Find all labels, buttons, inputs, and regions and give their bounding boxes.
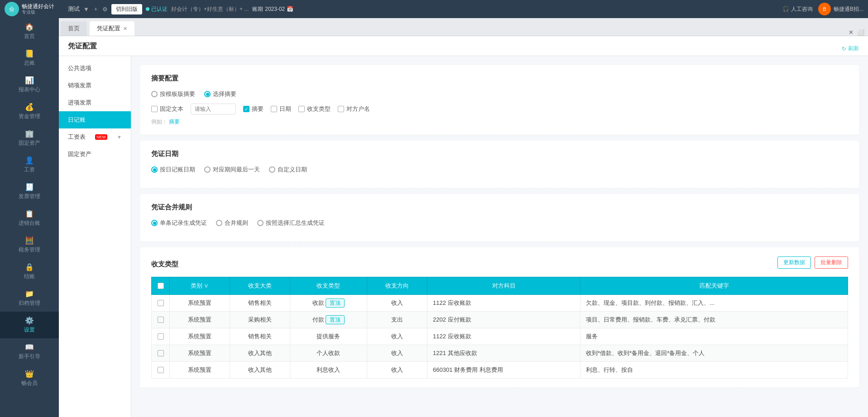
row1-account: 1122 应收账款: [427, 295, 580, 312]
tab-home[interactable]: 首页: [61, 21, 87, 36]
archive-icon: 📁: [25, 289, 34, 298]
row4-major: 收入其他: [230, 345, 290, 362]
salary-icon: 👤: [25, 156, 34, 165]
leftnav-item-fixed-assets[interactable]: 固定资产: [59, 146, 131, 163]
row2-major: 采购相关: [230, 312, 290, 328]
certified-dot: [146, 7, 149, 11]
sidebar-item-trade[interactable]: 📋 进销台账: [0, 205, 59, 232]
row1-checkbox[interactable]: [152, 295, 170, 312]
radio-summary-generate[interactable]: 按照选择汇总生成凭证: [257, 219, 325, 227]
avatar: B: [818, 3, 831, 15]
radio-merge-rule-circle: [216, 220, 222, 226]
income-expense-title: 收支类型: [151, 260, 178, 269]
logo-text: 畅捷通好会计 专业版: [22, 3, 54, 15]
home-icon: 🏠: [25, 23, 34, 31]
checkbox-counterparty-box: [338, 106, 344, 112]
income-expense-section: 收支类型 更新数据 批量删除 类别 ∨: [140, 247, 859, 388]
row3-keywords: 服务: [580, 328, 848, 345]
col-checkbox[interactable]: [152, 277, 170, 295]
row4-keywords: 收到*借款、收到*备用金、退回*备用金、个人: [580, 345, 848, 362]
calendar-icon[interactable]: 📅: [287, 6, 293, 12]
col-major: 收支大类: [230, 277, 290, 295]
row5-type: 利息收入: [290, 362, 367, 379]
tab-close-icon[interactable]: ✕: [123, 26, 127, 32]
sidebar-item-close[interactable]: 🔒 结账: [0, 258, 59, 285]
radio-period-last[interactable]: 对应期间最后一天: [204, 166, 260, 174]
leftnav-item-purchase-invoice[interactable]: 进项发票: [59, 94, 131, 111]
topbar-settings-icon[interactable]: ⚙: [102, 6, 108, 13]
row2-checkbox[interactable]: [152, 312, 170, 328]
income-expense-table: 类别 ∨ 收支大类 收支类型 收支方向 对方科目 匹配关键字: [151, 277, 848, 379]
sidebar-item-member[interactable]: 👑 畅会员: [0, 365, 59, 392]
voucher-date-title: 凭证日期: [151, 150, 848, 158]
sidebar-item-settings[interactable]: ⚙️ 设置: [0, 312, 59, 338]
row4-checkbox[interactable]: [152, 345, 170, 362]
voucher-merge-section: 凭证合并规则 单条记录生成凭证 合并规则 按照选择汇总生成凭证: [140, 194, 859, 242]
radio-single-record[interactable]: 单条记录生成凭证: [151, 219, 207, 227]
customer-service-btn[interactable]: 🎧 人工咨询: [782, 5, 813, 13]
switch-version-button[interactable]: 切到旧版: [111, 4, 142, 14]
row3-checkbox[interactable]: [152, 328, 170, 345]
row3-type: 提供服务: [290, 328, 367, 345]
row2-tag-btn[interactable]: 置顶: [326, 315, 345, 324]
checkbox-fixed-box: [151, 106, 158, 112]
row2-direction: 支出: [367, 312, 427, 328]
sidebar-item-invoice[interactable]: 🧾 发票管理: [0, 178, 59, 205]
minimize-icon[interactable]: ✕: [849, 29, 854, 36]
col-keywords: 匹配关键字: [580, 277, 848, 295]
fixed-text-input[interactable]: [191, 104, 236, 114]
row2-type: 付款 置顶: [290, 312, 367, 328]
leftnav-item-public[interactable]: 公共选项: [59, 60, 131, 77]
sidebar-item-home[interactable]: 🏠 首页: [0, 18, 59, 45]
topbar-dropdown-icon[interactable]: ▼: [83, 6, 89, 13]
row5-checkbox[interactable]: [152, 362, 170, 379]
row4-direction: 收入: [367, 345, 427, 362]
checkbox-fixed-text[interactable]: 固定文本: [151, 105, 183, 113]
radio-merge-rule[interactable]: 合并规则: [216, 219, 248, 227]
checkbox-type[interactable]: 收支类型: [298, 105, 331, 113]
sidebar-item-reports[interactable]: 📊 报表中心: [0, 71, 59, 98]
row5-major: 收入其他: [230, 362, 290, 379]
invoice-icon: 🧾: [25, 183, 34, 191]
radio-template[interactable]: 按模板版摘要: [151, 90, 195, 98]
radio-diary-date[interactable]: 按日记账日期: [151, 166, 195, 174]
example-text: 例如： 摘要: [151, 118, 848, 126]
col-type: 收支类型: [290, 277, 367, 295]
sidebar-item-ledger[interactable]: 📒 总账: [0, 45, 59, 71]
sidebar-item-archive[interactable]: 📁 归档管理: [0, 285, 59, 312]
checkbox-summary-box: ✓: [243, 106, 249, 112]
row3-major: 销售相关: [230, 328, 290, 345]
checkbox-summary[interactable]: ✓ 摘要: [243, 105, 264, 113]
member-icon: 👑: [25, 370, 34, 378]
update-data-button[interactable]: 更新数据: [777, 256, 811, 269]
user-info: B 畅捷通B招...: [818, 3, 863, 15]
sidebar-item-assets[interactable]: 🏢 固定资产: [0, 125, 59, 152]
radio-select[interactable]: 选择摘要: [204, 90, 236, 98]
topbar-plus-icon[interactable]: ＋: [93, 5, 99, 13]
checkbox-date[interactable]: 日期: [271, 105, 291, 113]
headset-icon: 🎧: [782, 6, 789, 12]
topbar-right: 🎧 人工咨询 B 畅捷通B招...: [782, 3, 863, 15]
content-area: 首页 凭证配置 ✕ ✕ ⬜ 凭证配置 ↻ 刷新 公共选项: [59, 18, 868, 417]
row1-keywords: 欠款、现金、项目款、到付款、报销款、汇入、...: [580, 295, 848, 312]
batch-delete-button[interactable]: 批量删除: [815, 256, 848, 269]
sidebar-item-funds[interactable]: 💰 资金管理: [0, 98, 59, 125]
voucher-merge-radio-group: 单条记录生成凭证 合并规则 按照选择汇总生成凭证: [151, 219, 848, 227]
row2-category: 系统预置: [170, 312, 230, 328]
radio-custom-date[interactable]: 自定义日期: [269, 166, 307, 174]
leftnav-item-sales-invoice[interactable]: 销项发票: [59, 77, 131, 94]
refresh-button[interactable]: ↻ 刷新: [842, 45, 859, 52]
row1-tag-btn[interactable]: 置顶: [326, 299, 345, 308]
sidebar-item-guide[interactable]: 📖 新手引导: [0, 338, 59, 365]
select-all-checkbox[interactable]: [158, 283, 164, 289]
row1-type: 收款 置顶: [290, 295, 367, 312]
tab-voucher-config[interactable]: 凭证配置 ✕: [90, 21, 134, 36]
checkbox-counterparty[interactable]: 对方户名: [338, 105, 370, 113]
leftnav-item-payroll[interactable]: 工资表 NEW ▼: [59, 128, 131, 146]
leftnav-item-diary[interactable]: 日记账: [59, 111, 131, 128]
row5-direction: 收入: [367, 362, 427, 379]
sidebar-item-tax[interactable]: 🧮 税务管理: [0, 232, 59, 258]
radio-period-last-circle: [204, 166, 211, 173]
sidebar-item-salary[interactable]: 👤 工资: [0, 152, 59, 178]
maximize-icon[interactable]: ⬜: [857, 29, 864, 36]
